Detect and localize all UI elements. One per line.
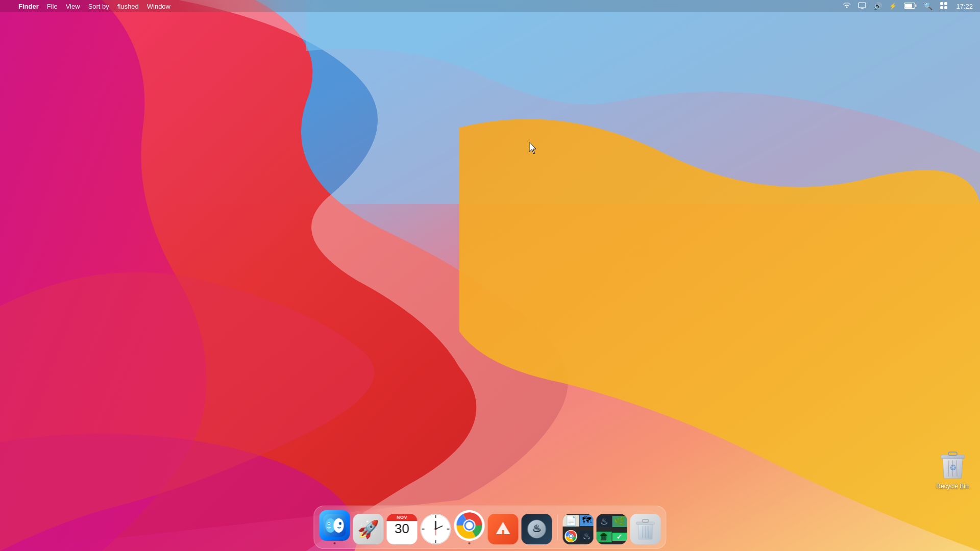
recycle-bin-icon: ♻ — [935, 447, 970, 482]
svg-point-36 — [466, 522, 473, 529]
menu-window[interactable]: Window — [143, 2, 175, 11]
svg-text:♨: ♨ — [532, 523, 542, 534]
svg-rect-6 — [905, 4, 912, 8]
dock-separator — [557, 515, 558, 540]
wifi-icon[interactable] — [841, 1, 853, 11]
desktop — [0, 0, 980, 551]
menubar-right: 🔊 ⚡ 🔍 17:22 — [841, 1, 976, 12]
menubar-left: Finder File View Sort by flushed Window — [4, 2, 175, 11]
dock-item-steam-group[interactable]: ♨ 🌿 🗑 ✓ — [597, 514, 627, 544]
menu-file[interactable]: File — [43, 2, 62, 11]
svg-point-19 — [334, 518, 344, 533]
search-icon[interactable]: 🔍 — [922, 1, 935, 11]
display-icon[interactable] — [856, 1, 868, 12]
dock-item-calendar[interactable]: NOV 30 — [387, 514, 418, 544]
dock-item-finder[interactable] — [320, 510, 350, 544]
svg-rect-38 — [502, 530, 504, 534]
volume-icon[interactable]: 🔊 — [871, 1, 884, 11]
svg-point-21 — [328, 522, 329, 524]
svg-rect-7 — [940, 2, 943, 5]
dock-item-chrome[interactable] — [454, 510, 485, 544]
menubar-time: 17:22 — [953, 2, 976, 11]
svg-rect-10 — [944, 6, 947, 9]
dock-dot-finder — [334, 542, 336, 544]
dock-dot-chrome — [469, 542, 471, 544]
menu-finder[interactable]: Finder — [14, 2, 43, 11]
dock-item-steam[interactable]: ♨ — [522, 514, 552, 544]
dock-container: 🚀 NOV 30 — [314, 506, 667, 551]
svg-rect-3 — [859, 3, 866, 8]
svg-text:♻: ♻ — [949, 463, 956, 472]
control-center-icon[interactable] — [938, 1, 950, 12]
dock-item-trash[interactable] — [630, 514, 661, 544]
dock-item-git[interactable] — [488, 514, 519, 544]
svg-line-50 — [648, 526, 649, 538]
dock-item-appcleaner[interactable]: 📄 🗺 ♨ — [563, 514, 594, 544]
dock: 🚀 NOV 30 — [314, 506, 667, 549]
battery-charge-icon[interactable]: ⚡ — [887, 2, 899, 11]
svg-rect-5 — [915, 5, 917, 7]
recycle-bin[interactable]: ♻ Recycle Bin — [935, 447, 970, 490]
svg-point-45 — [570, 535, 572, 538]
svg-line-48 — [643, 526, 643, 538]
dock-item-rocket[interactable]: 🚀 — [353, 514, 384, 544]
menu-sort-by[interactable]: Sort by — [84, 2, 113, 11]
svg-point-23 — [339, 522, 340, 524]
svg-rect-9 — [940, 6, 943, 9]
recycle-bin-label: Recycle Bin — [936, 483, 968, 490]
menubar: Finder File View Sort by flushed Window … — [0, 0, 980, 12]
battery-icon[interactable] — [902, 1, 919, 11]
dock-item-clock[interactable] — [421, 514, 451, 544]
svg-rect-8 — [944, 2, 947, 5]
menu-flushed[interactable]: flushed — [113, 2, 143, 11]
menu-view[interactable]: View — [62, 2, 84, 11]
